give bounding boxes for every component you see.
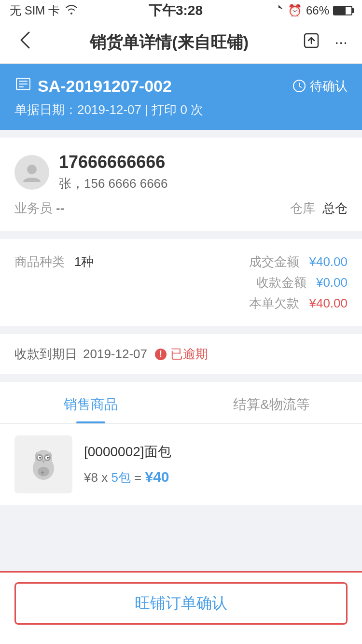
confirm-button-wrapper: 旺铺订单确认 bbox=[0, 571, 362, 644]
order-icon bbox=[14, 75, 32, 97]
wifi-icon bbox=[65, 4, 78, 17]
overdue-label: 已逾期 bbox=[170, 346, 208, 363]
due-date: 2019-12-07 bbox=[83, 347, 147, 362]
order-header: SA-20191207-002 待确认 单据日期：2019-12-07 | 打印… bbox=[0, 64, 362, 130]
owed-label: 本单欠款 bbox=[249, 295, 299, 312]
total-price: ¥40 bbox=[145, 469, 169, 485]
warehouse-value: 总仓 bbox=[322, 200, 348, 217]
location-icon bbox=[273, 4, 284, 17]
carrier-label: 无 SIM 卡 bbox=[10, 3, 60, 18]
quantity: 5包 bbox=[111, 470, 130, 485]
transaction-label: 成交金额 bbox=[249, 253, 299, 270]
battery-percent: 66% bbox=[306, 4, 329, 17]
due-label: 收款到期日 bbox=[14, 346, 77, 363]
transaction-amount: ¥40.00 bbox=[309, 254, 348, 269]
product-price: ¥8 x 5包 = ¥40 bbox=[84, 469, 348, 486]
svg-text:+: + bbox=[41, 469, 44, 476]
product-details: [0000002]面包 ¥8 x 5包 = ¥40 bbox=[84, 443, 348, 486]
overdue-badge: ! 已逾期 bbox=[155, 346, 208, 363]
customer-card: 17666666666 张，156 6666 6666 业务员 -- 仓库 总仓 bbox=[0, 138, 362, 231]
warehouse-label: 仓库 bbox=[290, 200, 315, 217]
customer-meta: 业务员 -- 仓库 总仓 bbox=[14, 200, 348, 217]
svg-point-3 bbox=[27, 165, 37, 174]
stats-card: 商品种类 1种 成交金额 ¥40.00 收款金额 ¥0.00 本单欠款 ¥40.… bbox=[0, 239, 362, 326]
nav-actions: ··· bbox=[303, 32, 348, 53]
tab-bar: 销售商品 结算&物流等 bbox=[0, 382, 362, 424]
owed-amount: ¥40.00 bbox=[309, 296, 348, 311]
product-type-label: 商品种类 bbox=[14, 253, 65, 270]
confirm-order-button[interactable]: 旺铺订单确认 bbox=[14, 582, 348, 625]
order-date: 单据日期：2019-12-07 | 打印 0 次 bbox=[14, 101, 348, 118]
share-icon[interactable] bbox=[303, 32, 320, 53]
amount-stats: 成交金额 ¥40.00 收款金额 ¥0.00 本单欠款 ¥40.00 bbox=[249, 253, 348, 312]
customer-phone: 17666666666 bbox=[59, 152, 168, 172]
nav-bar: 销货单详情(来自旺铺) ··· bbox=[0, 21, 362, 64]
status-right: ⏰ 66% bbox=[273, 4, 352, 17]
sales-person-value: -- bbox=[56, 201, 64, 216]
order-number: SA-20191207-002 bbox=[14, 75, 172, 97]
sales-person-label: 业务员 bbox=[14, 200, 52, 217]
battery-icon bbox=[333, 6, 352, 15]
status-bar: 无 SIM 卡 下午3:28 ⏰ 66% bbox=[0, 0, 362, 21]
back-button[interactable] bbox=[14, 26, 36, 59]
product-type-value: 1种 bbox=[74, 253, 94, 270]
product-name: [0000002]面包 bbox=[84, 443, 348, 461]
product-image: + bbox=[14, 435, 72, 493]
svg-point-11 bbox=[47, 457, 49, 459]
collection-amount: ¥0.00 bbox=[316, 275, 348, 290]
page-title: 销货单详情(来自旺铺) bbox=[90, 31, 249, 54]
status-left: 无 SIM 卡 bbox=[10, 3, 78, 18]
more-icon[interactable]: ··· bbox=[334, 33, 348, 51]
equals: = bbox=[131, 470, 145, 485]
due-date-card: 收款到期日 2019-12-07 ! 已逾期 bbox=[0, 334, 362, 374]
collection-label: 收款金额 bbox=[256, 274, 306, 291]
tab-sales-products[interactable]: 销售商品 bbox=[0, 382, 181, 423]
price-formula: ¥8 x bbox=[84, 470, 111, 485]
product-item: + [0000002]面包 ¥8 x 5包 = ¥40 bbox=[0, 424, 362, 505]
order-status: 待确认 bbox=[292, 78, 348, 95]
overdue-icon: ! bbox=[155, 349, 167, 360]
customer-name: 张，156 6666 6666 bbox=[59, 175, 168, 192]
alarm-icon: ⏰ bbox=[288, 4, 302, 17]
customer-avatar bbox=[14, 155, 49, 190]
status-time: 下午3:28 bbox=[149, 1, 203, 20]
tab-settlement[interactable]: 结算&物流等 bbox=[181, 382, 362, 423]
svg-point-10 bbox=[39, 457, 41, 459]
